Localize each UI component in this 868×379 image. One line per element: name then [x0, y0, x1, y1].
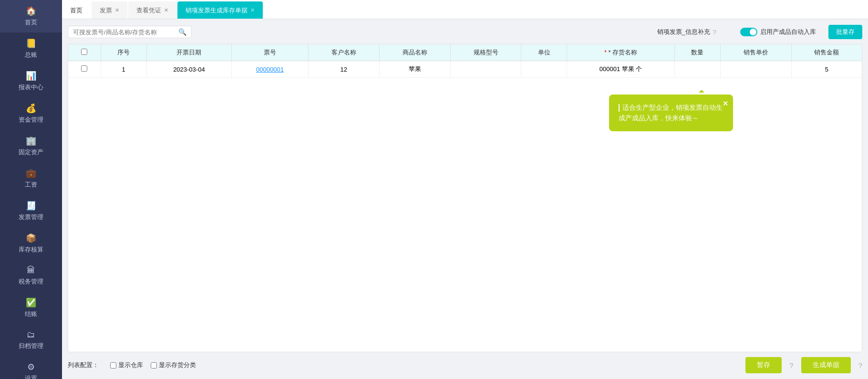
show-warehouse-label: 显示仓库 — [118, 361, 143, 369]
search-input[interactable] — [73, 29, 176, 36]
show-warehouse-checkbox-label[interactable]: 显示仓库 — [110, 361, 143, 369]
sidebar-item-payroll[interactable]: 💼 工资 — [0, 162, 62, 195]
sidebar-item-inventory[interactable]: 📦 库存核算 — [0, 227, 62, 260]
sidebar-item-label: 固定资产 — [19, 148, 43, 157]
ledger-icon: 📒 — [26, 38, 36, 49]
sidebar-item-label: 税务管理 — [19, 277, 43, 286]
sidebar-item-label: 资金管理 — [19, 116, 43, 124]
tab-invoice[interactable]: 发票 ✕ — [92, 1, 127, 19]
inventory-icon: 📦 — [26, 233, 36, 243]
show-inventory-category-label: 显示存货分类 — [159, 361, 196, 369]
sidebar-item-funds[interactable]: 💰 资金管理 — [0, 97, 62, 130]
tooltip-close-button[interactable]: ✕ — [723, 98, 728, 109]
col-qty: 数量 — [674, 44, 720, 61]
col-unit-price: 销售单价 — [720, 44, 791, 61]
main-area: 首页 发票 ✕ 查看凭证 ✕ 销项发票生成库存单据 ✕ 🔍 销项发票_信息补充 … — [62, 0, 868, 379]
settings-icon: ⚙ — [27, 362, 35, 372]
content-area: 🔍 销项发票_信息补充 ? 启用产成品自动入库 批量存 — [62, 19, 868, 379]
sidebar-item-home[interactable]: 🏠 首页 — [0, 0, 62, 32]
generate-button[interactable]: 生成单据 — [801, 357, 851, 373]
generate-help-icon[interactable]: ? — [858, 361, 862, 369]
sidebar: 🏠 首页 📒 总账 📊 报表中心 💰 资金管理 🏢 固定资产 💼 工资 🧾 发票… — [0, 0, 62, 379]
show-warehouse-checkbox[interactable] — [110, 362, 116, 368]
sidebar-item-reports[interactable]: 📊 报表中心 — [0, 65, 62, 97]
sidebar-item-label: 工资 — [25, 180, 37, 189]
tooltip-popup: ✕ 适合生产型企业，销项发票自动生成产成品入库，快来体验～ — [609, 95, 733, 131]
row-date: 2023-03-04 — [146, 61, 231, 78]
save-button[interactable]: 暂存 — [745, 357, 782, 373]
home-icon: 🏠 — [26, 6, 36, 16]
sidebar-item-label: 库存核算 — [19, 245, 43, 254]
tab-voucher-close[interactable]: ✕ — [164, 7, 168, 13]
col-ticket-no: 票号 — [232, 44, 309, 61]
sidebar-item-label: 总账 — [25, 51, 37, 59]
row-select-checkbox[interactable] — [81, 65, 87, 72]
row-customer: 12 — [308, 61, 379, 78]
search-icon: 🔍 — [178, 28, 186, 36]
reports-icon: 📊 — [26, 71, 36, 81]
sidebar-item-ledger[interactable]: 📒 总账 — [0, 32, 62, 65]
info-help-icon[interactable]: ? — [713, 29, 716, 36]
save-help-icon[interactable]: ? — [789, 361, 793, 369]
sidebar-item-label: 结账 — [25, 310, 37, 318]
show-inventory-category-checkbox[interactable] — [151, 362, 157, 368]
table-header-row: 序号 开票日期 票号 客户名称 商品名称 规格型号 单位 * * 存货名称 数量… — [68, 44, 862, 61]
sidebar-item-invoice-mgmt[interactable]: 🧾 发票管理 — [0, 195, 62, 227]
row-inventory: 000001 苹果 个 — [567, 61, 675, 78]
row-ticket-no[interactable]: 00000001 — [232, 61, 309, 78]
row-checkbox[interactable] — [68, 61, 101, 78]
data-table: 序号 开票日期 票号 客户名称 商品名称 规格型号 单位 * * 存货名称 数量… — [68, 44, 862, 78]
fixed-assets-icon: 🏢 — [26, 136, 36, 146]
info-label-text: 销项发票_信息补充 — [657, 28, 710, 36]
tab-sales-close[interactable]: ✕ — [250, 7, 255, 13]
sidebar-item-label: 设置 — [25, 374, 37, 379]
tab-invoice-label: 发票 — [100, 6, 112, 15]
ticket-no-link[interactable]: 00000001 — [256, 66, 284, 73]
tax-icon: 🏛 — [27, 265, 35, 275]
tab-voucher-label: 查看凭证 — [136, 6, 161, 15]
tab-home[interactable]: 首页 — [62, 1, 91, 19]
select-all-checkbox[interactable] — [81, 49, 87, 55]
sidebar-item-tax[interactable]: 🏛 税务管理 — [0, 260, 62, 292]
col-goods: 商品名称 — [379, 44, 450, 61]
table-wrapper: 序号 开票日期 票号 客户名称 商品名称 规格型号 单位 * * 存货名称 数量… — [68, 44, 862, 352]
info-label-area: 销项发票_信息补充 ? — [657, 28, 716, 36]
tooltip-cursor-icon — [619, 104, 620, 112]
col-unit: 单位 — [521, 44, 567, 61]
col-inventory: * * 存货名称 — [567, 44, 675, 61]
col-checkbox[interactable] — [68, 44, 101, 61]
sidebar-item-archive[interactable]: 🗂 归档管理 — [0, 324, 62, 356]
toolbar: 🔍 销项发票_信息补充 ? 启用产成品自动入库 批量存 — [68, 25, 862, 39]
toggle-area: 启用产成品自动入库 — [740, 28, 816, 36]
row-sales-amount: 5 — [791, 61, 862, 78]
row-qty — [674, 61, 720, 78]
tabs-bar: 首页 发票 ✕ 查看凭证 ✕ 销项发票生成库存单据 ✕ — [62, 0, 868, 19]
batch-save-button[interactable]: 批量存 — [828, 25, 862, 39]
tab-voucher[interactable]: 查看凭证 ✕ — [128, 1, 176, 19]
list-config-label: 列表配置： — [68, 361, 99, 369]
row-seq: 1 — [101, 61, 146, 78]
funds-icon: 💰 — [26, 103, 36, 114]
toggle-knob — [750, 29, 756, 35]
sidebar-item-label: 首页 — [25, 18, 37, 27]
auto-warehouse-toggle[interactable] — [740, 28, 757, 36]
payroll-icon: 💼 — [26, 168, 36, 179]
tab-home-label: 首页 — [70, 6, 83, 15]
sidebar-item-label: 发票管理 — [19, 213, 43, 221]
sidebar-item-closing[interactable]: ✅ 结账 — [0, 292, 62, 324]
search-box[interactable]: 🔍 — [68, 26, 192, 38]
col-date: 开票日期 — [146, 44, 231, 61]
col-customer: 客户名称 — [308, 44, 379, 61]
col-spec: 规格型号 — [450, 44, 521, 61]
archive-icon: 🗂 — [27, 330, 35, 340]
tab-sales[interactable]: 销项发票生成库存单据 ✕ — [177, 1, 263, 19]
row-spec — [450, 61, 521, 78]
sidebar-item-settings[interactable]: ⚙ 设置 — [0, 356, 62, 379]
row-goods: 苹果 — [379, 61, 450, 78]
row-unit-price — [720, 61, 791, 78]
show-inventory-category-checkbox-label[interactable]: 显示存货分类 — [151, 361, 196, 369]
tab-invoice-close[interactable]: ✕ — [115, 7, 119, 13]
invoice-mgmt-icon: 🧾 — [26, 200, 36, 211]
sidebar-item-fixed-assets[interactable]: 🏢 固定资产 — [0, 130, 62, 162]
row-unit — [521, 61, 567, 78]
